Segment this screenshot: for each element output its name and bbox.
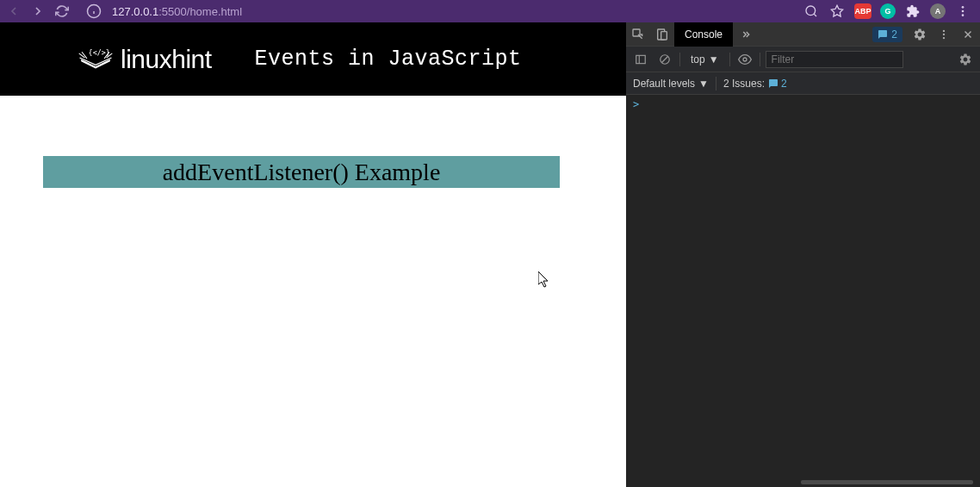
browser-toolbar: 127.0.0.1:5500/home.html ABP G A bbox=[0, 0, 980, 22]
svg-line-25 bbox=[662, 56, 668, 62]
address-bar[interactable]: 127.0.0.1:5500/home.html bbox=[112, 5, 242, 18]
svg-line-4 bbox=[814, 14, 816, 16]
device-toggle-icon[interactable] bbox=[650, 22, 674, 47]
url-host: 127.0.0.1 bbox=[112, 5, 158, 18]
filter-input[interactable] bbox=[766, 51, 903, 68]
svg-rect-22 bbox=[636, 55, 646, 63]
svg-point-18 bbox=[943, 33, 945, 34]
svg-marker-5 bbox=[831, 5, 842, 16]
svg-point-8 bbox=[962, 14, 964, 16]
console-prompt: > bbox=[633, 98, 639, 110]
clear-console-icon[interactable] bbox=[655, 50, 674, 69]
inspect-element-icon[interactable] bbox=[626, 22, 650, 47]
svg-point-17 bbox=[943, 29, 945, 31]
console-sidebar-toggle-icon[interactable] bbox=[631, 50, 650, 69]
levels-label: Default levels bbox=[633, 78, 695, 90]
console-output[interactable]: > bbox=[626, 95, 980, 477]
forward-button[interactable] bbox=[29, 3, 47, 20]
svg-rect-16 bbox=[661, 31, 667, 39]
site-logo: {</>} linuxhint bbox=[78, 40, 212, 79]
reload-button[interactable] bbox=[53, 3, 71, 20]
url-path: /home.html bbox=[187, 5, 242, 18]
svg-point-7 bbox=[962, 10, 964, 13]
devtools-footer bbox=[626, 477, 980, 487]
logo-text: linuxhint bbox=[121, 45, 212, 74]
site-info-icon[interactable] bbox=[86, 3, 102, 19]
devtools-settings-icon[interactable] bbox=[908, 22, 932, 47]
dropdown-arrow-icon: ▼ bbox=[709, 53, 719, 66]
live-expression-icon[interactable] bbox=[735, 50, 754, 69]
back-button[interactable] bbox=[5, 3, 22, 20]
extension-abp[interactable]: ABP bbox=[854, 3, 871, 19]
page-header: {</>} linuxhint Events in JavaScript bbox=[0, 22, 626, 96]
dropdown-arrow-icon: ▼ bbox=[698, 78, 709, 90]
logo-icon: {</>} bbox=[78, 40, 114, 79]
zoom-icon[interactable] bbox=[803, 3, 820, 20]
page-body: addEventListener() Example bbox=[0, 96, 626, 487]
devtools-menu-icon[interactable] bbox=[932, 22, 956, 47]
example-heading: addEventListener() Example bbox=[43, 156, 560, 188]
page-viewport: {</>} linuxhint Events in JavaScript add… bbox=[0, 22, 626, 487]
tab-console[interactable]: Console bbox=[674, 22, 733, 47]
chrome-menu-icon[interactable] bbox=[954, 3, 971, 20]
svg-point-3 bbox=[806, 6, 816, 16]
issues-label: 2 Issues: bbox=[723, 78, 765, 90]
svg-point-19 bbox=[943, 36, 945, 38]
execution-context-selector[interactable]: top ▼ bbox=[685, 53, 724, 66]
extension-grammarly[interactable]: G bbox=[880, 3, 896, 19]
devtools-tabs: Console 2 bbox=[626, 22, 980, 47]
messages-badge[interactable]: 2 bbox=[872, 27, 902, 42]
issues-button[interactable]: 2 Issues: 2 bbox=[723, 78, 787, 90]
tabs-overflow-icon[interactable] bbox=[733, 22, 757, 47]
log-levels-selector[interactable]: Default levels ▼ bbox=[633, 78, 709, 90]
context-label: top bbox=[691, 53, 705, 66]
devtools-close-icon[interactable] bbox=[956, 22, 980, 47]
url-port: :5500 bbox=[158, 5, 187, 18]
svg-point-26 bbox=[743, 58, 747, 61]
extensions-icon[interactable] bbox=[904, 3, 921, 20]
messages-count: 2 bbox=[891, 28, 897, 41]
issues-count: 2 bbox=[781, 78, 787, 90]
page-title: Events in JavaScript bbox=[255, 47, 522, 72]
profile-avatar[interactable]: A bbox=[930, 3, 946, 19]
devtools-panel: Console 2 bbox=[626, 22, 980, 487]
console-toolbar: top ▼ bbox=[626, 47, 980, 72]
svg-point-6 bbox=[962, 6, 964, 9]
console-settings-icon[interactable] bbox=[956, 50, 975, 69]
bookmark-star-icon[interactable] bbox=[828, 3, 846, 20]
console-levels-bar: Default levels ▼ 2 Issues: 2 bbox=[626, 72, 980, 95]
